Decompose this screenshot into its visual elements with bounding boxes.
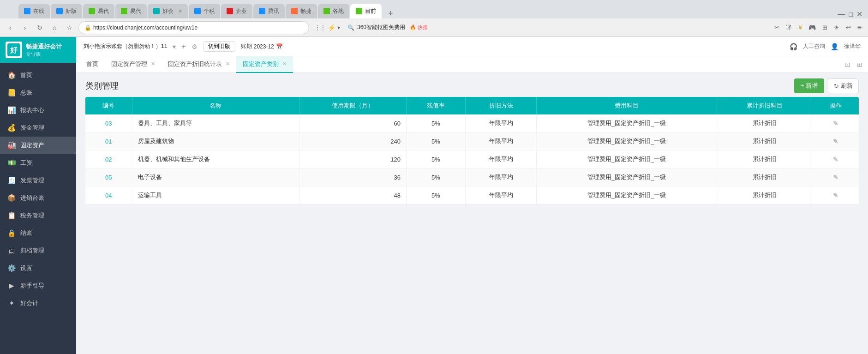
sidebar-item-funds[interactable]: 💰 资金管理	[0, 119, 76, 137]
cell-expense: 管理费用_固定资产折旧_一级	[537, 186, 717, 204]
cell-action[interactable]: ✎	[812, 186, 859, 204]
url-input[interactable]: 🔒 https://cloud.chanjet.com/accounting/u…	[78, 21, 309, 34]
sidebar-item-archive[interactable]: 🗂 归档管理	[0, 242, 76, 259]
sidebar-item-more[interactable]: ✦ 好会计	[0, 294, 76, 312]
service-label[interactable]: 人工咨询	[803, 42, 825, 50]
sidebar-item-label: 设置	[20, 264, 32, 272]
sidebar-item-invoice[interactable]: 🧾 发票管理	[0, 172, 76, 189]
close-window-button[interactable]: ✕	[856, 10, 862, 18]
wallet-icon[interactable]: ¥	[796, 24, 803, 31]
tab-minimize-icon[interactable]: ⊡	[843, 60, 852, 69]
table-header-row: 编号 名称 使用期限（月） 残值率 折旧方法 费用科目 累计折旧科目 操作	[85, 97, 859, 114]
tab-close-dep-icon[interactable]: ✕	[226, 61, 230, 67]
table-row: 01 房屋及建筑物 240 5% 年限平均 管理费用_固定资产折旧_一级 累计折…	[85, 132, 859, 150]
address-bar: ‹ › ↻ ⌂ ☆ 🔒 https://cloud.chanjet.com/ac…	[0, 18, 868, 37]
add-button[interactable]: + 新增	[794, 78, 824, 93]
sidebar-item-closing[interactable]: 🔒 结账	[0, 224, 76, 242]
cell-name: 器具、工具、家具等	[132, 114, 299, 132]
edit-icon[interactable]: ✎	[833, 156, 838, 163]
translate-icon[interactable]: 译	[784, 24, 794, 32]
forward-button[interactable]: ›	[19, 22, 30, 33]
tab-fixed-asset-depreciation[interactable]: 固定资产折旧统计表 ✕	[162, 56, 236, 73]
edit-icon[interactable]: ✎	[833, 192, 838, 199]
tab-fixed-asset-mgmt[interactable]: 固定资产管理 ✕	[105, 56, 162, 73]
browser-tab-5[interactable]: 好会 ✕	[148, 4, 188, 18]
table-row: 04 运输工具 48 5% 年限平均 管理费用_固定资产折旧_一级 累计折旧 ✎	[85, 186, 859, 204]
app-container: 好 畅捷通好会计 专业版 🏠 首页 📒 总账 📊 报表中心 💰	[0, 37, 868, 354]
sidebar-item-inventory[interactable]: 📦 进销台账	[0, 189, 76, 207]
sidebar-item-home[interactable]: 🏠 首页	[0, 66, 76, 84]
cell-action[interactable]: ✎	[812, 168, 859, 186]
browser-tab-8[interactable]: 腾讯	[253, 4, 285, 18]
browser-tab-4[interactable]: 易代	[115, 4, 147, 18]
tab-label: 好会	[162, 7, 174, 15]
tab-label: 在线	[33, 7, 44, 15]
refresh-button[interactable]: ↻ 刷新	[828, 78, 859, 93]
sidebar-item-payroll[interactable]: 💵 工资	[0, 154, 76, 172]
settings-browser-icon[interactable]: ☀	[832, 24, 841, 31]
sidebar-item-fixed-assets[interactable]: 🏭 固定资产	[0, 137, 76, 154]
cut-icon[interactable]: ✂	[772, 24, 781, 31]
tab-expand-icon[interactable]: ⊞	[855, 60, 864, 69]
svg-text:好: 好	[10, 46, 18, 54]
undo-icon[interactable]: ↩	[844, 24, 853, 31]
sidebar-item-tax[interactable]: 📋 税务管理	[0, 207, 76, 224]
bookmark-button[interactable]: ☆	[64, 22, 75, 33]
edit-icon[interactable]: ✎	[833, 174, 838, 181]
tab-close-icon[interactable]: ✕	[178, 8, 182, 14]
edit-icon[interactable]: ✎	[833, 120, 838, 127]
add-account-button[interactable]: +	[181, 42, 186, 51]
tab-home[interactable]: 首页	[80, 56, 105, 73]
browser-tab-7[interactable]: 企业	[221, 4, 252, 18]
sidebar-item-settings[interactable]: ⚙️ 设置	[0, 259, 76, 277]
cell-name: 房屋及建筑物	[132, 132, 299, 150]
period-label: 账期 2023-12 📅	[241, 42, 283, 50]
browser-tab-3[interactable]: 易代	[83, 4, 114, 18]
sidebar-item-guide[interactable]: ▶ 新手引导	[0, 277, 76, 294]
sidebar-item-label: 资金管理	[20, 124, 44, 132]
minimize-button[interactable]: —	[838, 10, 845, 18]
top-bar-right: 🎧 人工咨询 👤 徐泽华	[790, 42, 861, 50]
browser-tab-10[interactable]: 各地	[318, 4, 349, 18]
cell-expense: 管理费用_固定资产折旧_一级	[537, 132, 717, 150]
tab-label: 各地	[333, 7, 344, 15]
tab-close-cat-icon[interactable]: ✕	[282, 61, 287, 67]
cell-acc-dep: 累计折旧	[717, 150, 812, 168]
cell-method: 年限平均	[466, 132, 537, 150]
new-tab-button[interactable]: +	[386, 9, 395, 18]
browser-tab-9[interactable]: 畅捷	[286, 4, 317, 18]
inventory-icon: 📦	[7, 194, 16, 202]
tab-actions: ⊡ ⊞	[843, 60, 864, 69]
tab-close-mgmt-icon[interactable]: ✕	[151, 61, 155, 67]
browser-tab-11[interactable]: 目前	[350, 4, 382, 18]
refresh-nav-button[interactable]: ↻	[34, 22, 45, 33]
more-icon[interactable]: ≡	[856, 24, 863, 32]
sidebar-item-label: 固定资产	[20, 141, 44, 150]
sidebar-item-ledger[interactable]: 📒 总账	[0, 84, 76, 102]
cell-period: 240	[299, 132, 406, 150]
search-bar[interactable]: 🔍 360智能抠图免费用 🔥 热搜	[344, 24, 769, 31]
tab-fixed-asset-category[interactable]: 固定资产类别 ✕	[236, 56, 293, 73]
cell-action[interactable]: ✎	[812, 150, 859, 168]
calendar-icon[interactable]: 📅	[276, 43, 283, 50]
edit-icon[interactable]: ✎	[833, 138, 838, 145]
browser-tab-6[interactable]: 个税	[189, 4, 220, 18]
dropdown-icon[interactable]: ▾	[337, 24, 340, 31]
cell-action[interactable]: ✎	[812, 132, 859, 150]
expand-icon[interactable]: ▾	[173, 43, 176, 50]
browser-tab-2[interactable]: 新版	[51, 4, 82, 18]
cell-action[interactable]: ✎	[812, 114, 859, 132]
grid-icon[interactable]: ⊞	[820, 24, 829, 31]
page-header: 类别管理 + 新增 ↻ 刷新	[76, 73, 868, 97]
maximize-button[interactable]: □	[849, 11, 853, 18]
main-content: 刘小艳演示账套（勿删勿动！）11 ▾ + ⚙ 切到旧版 账期 2023-12 📅…	[76, 37, 868, 354]
game-icon[interactable]: 🎮	[807, 24, 818, 31]
switch-version-button[interactable]: 切到旧版	[203, 41, 235, 52]
home-nav-button[interactable]: ⌂	[49, 22, 60, 33]
sidebar-item-reports[interactable]: 📊 报表中心	[0, 102, 76, 119]
back-button[interactable]: ‹	[5, 22, 16, 33]
browser-tab-1[interactable]: 在线	[18, 4, 50, 18]
tab-label: 目前	[365, 7, 376, 15]
settings-top-icon[interactable]: ⚙	[192, 43, 198, 50]
cell-residual: 5%	[406, 114, 465, 132]
